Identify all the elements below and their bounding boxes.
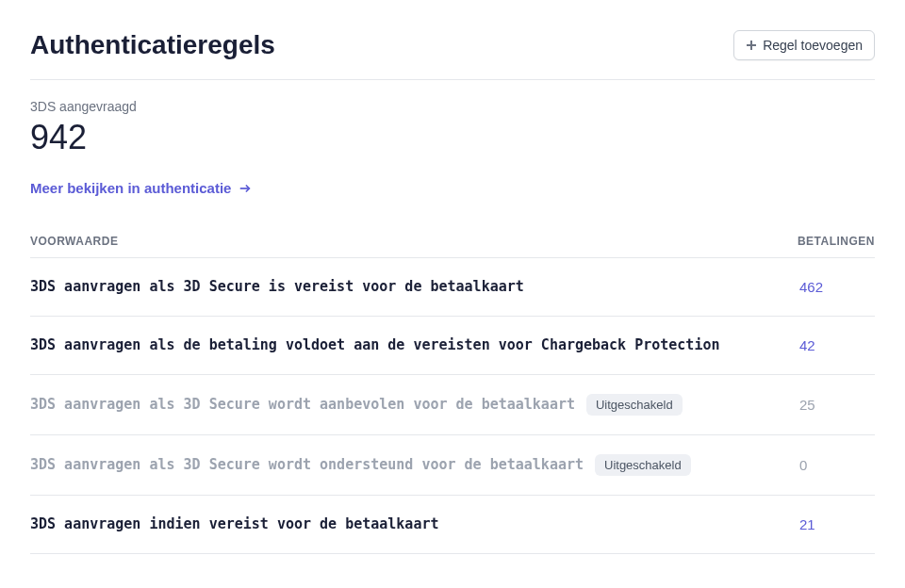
payments-count[interactable]: 21 bbox=[799, 516, 875, 532]
condition-cell: 3DS aanvragen als de betaling voldoet aa… bbox=[30, 335, 784, 355]
th-payments: BETALINGEN bbox=[798, 235, 875, 248]
rules-table: VOORWAARDE BETALINGEN 3DS aanvragen als … bbox=[30, 235, 875, 554]
stat-value: 942 bbox=[30, 118, 875, 157]
condition-text: 3DS aanvragen als 3D Secure wordt aanbev… bbox=[30, 395, 575, 415]
table-row[interactable]: 3DS aanvragen als 3D Secure wordt onders… bbox=[30, 435, 875, 496]
condition-cell: 3DS aanvragen als 3D Secure is vereist v… bbox=[30, 277, 784, 297]
condition-cell: 3DS aanvragen indien vereist voor de bet… bbox=[30, 514, 784, 534]
table-header: VOORWAARDE BETALINGEN bbox=[30, 235, 875, 258]
condition-cell: 3DS aanvragen als 3D Secure wordt aanbev… bbox=[30, 394, 784, 416]
page-title: Authenticatieregels bbox=[30, 30, 275, 60]
th-condition: VOORWAARDE bbox=[30, 235, 118, 248]
condition-text: 3DS aanvragen als 3D Secure is vereist v… bbox=[30, 277, 524, 297]
payments-count[interactable]: 42 bbox=[799, 337, 875, 353]
table-row[interactable]: 3DS aanvragen indien vereist voor de bet… bbox=[30, 496, 875, 554]
status-badge: Uitgeschakeld bbox=[595, 454, 691, 476]
status-badge: Uitgeschakeld bbox=[586, 394, 683, 416]
add-rule-button[interactable]: Regel toevoegen bbox=[733, 30, 875, 60]
condition-text: 3DS aanvragen als 3D Secure wordt onders… bbox=[30, 455, 584, 475]
table-row[interactable]: 3DS aanvragen als 3D Secure wordt aanbev… bbox=[30, 375, 875, 435]
condition-text: 3DS aanvragen als de betaling voldoet aa… bbox=[30, 335, 720, 355]
add-rule-label: Regel toevoegen bbox=[763, 38, 863, 53]
payments-count[interactable]: 462 bbox=[799, 279, 875, 295]
plus-icon bbox=[746, 40, 757, 51]
payments-count[interactable]: 25 bbox=[799, 397, 875, 413]
view-more-label: Meer bekijken in authenticatie bbox=[30, 180, 231, 196]
payments-count[interactable]: 0 bbox=[799, 457, 875, 473]
condition-cell: 3DS aanvragen als 3D Secure wordt onders… bbox=[30, 454, 784, 476]
stats-block: 3DS aangevraagd 942 bbox=[30, 80, 875, 157]
view-more-link[interactable]: Meer bekijken in authenticatie bbox=[30, 180, 252, 196]
condition-text: 3DS aanvragen indien vereist voor de bet… bbox=[30, 514, 438, 534]
table-row[interactable]: 3DS aanvragen als de betaling voldoet aa… bbox=[30, 317, 875, 375]
table-row[interactable]: 3DS aanvragen als 3D Secure is vereist v… bbox=[30, 258, 875, 317]
stat-label: 3DS aangevraagd bbox=[30, 99, 875, 114]
arrow-right-icon bbox=[239, 182, 252, 195]
